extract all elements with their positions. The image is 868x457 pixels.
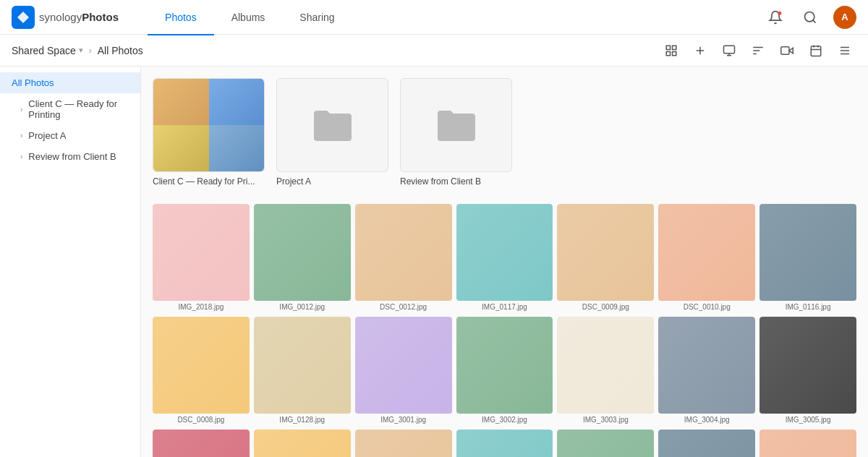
sidebar-chevron-project-a: › [20,132,22,140]
folder-label-project-a: Project A [276,176,388,187]
folder-card-client-c[interactable]: Client C — Ready for Pri... [153,78,265,187]
nav-tab-sharing[interactable]: Sharing [282,1,352,35]
collage-cell-3 [153,125,209,172]
folder-collage-client-c [153,78,264,172]
nav-tab-albums[interactable]: Albums [214,1,283,35]
photo-item[interactable]: DSC_0009.jpg [557,204,654,311]
sidebar-item-project-a-label: Project A [28,130,66,141]
photo-thumbnail [658,430,755,457]
logo-area[interactable]: synologyPhotos [12,6,119,29]
photo-item[interactable]: IMG_3005.jpg [760,317,856,424]
folder-label-review-b: Review from Client B [400,176,512,187]
collage-cell-2 [209,78,265,125]
folder-label-client-c: Client C — Ready for Pri... [153,176,265,187]
toolbar-right [660,39,856,62]
svg-rect-5 [673,46,676,49]
breadcrumb-chevron-icon: ▾ [79,46,83,55]
sidebar-item-review-b[interactable]: › Review from Client B [0,146,140,167]
photo-thumbnail [456,317,553,414]
photo-item[interactable]: IMG_0116.jpg [760,204,856,311]
photo-item[interactable]: DSC_0012.jpg [355,204,452,311]
folder-card-review-b[interactable]: Review from Client B [400,78,512,187]
photo-item[interactable] [355,430,452,457]
photo-filename: IMG_3002.jpg [456,416,553,424]
folder-icon-project-a [311,106,354,144]
photo-item[interactable]: DSC_0010.jpg [658,204,755,311]
photo-thumbnail [658,204,755,301]
folder-thumb-project-a [276,78,388,172]
breadcrumb-shared-space[interactable]: Shared Space ▾ [12,45,83,56]
folder-card-project-a[interactable]: Project A [276,78,388,187]
search-icon[interactable] [799,6,822,29]
photo-thumbnail [153,317,250,414]
photo-filename: IMG_2018.jpg [153,303,250,311]
photo-thumbnail [456,430,553,457]
sort-button[interactable] [746,39,770,62]
photo-filename: DSC_0010.jpg [658,303,755,311]
user-avatar[interactable]: A [833,6,856,29]
sidebar-chevron-client-c: › [20,106,22,114]
photo-item[interactable]: IMG_3004.jpg [658,317,755,424]
top-navigation: synologyPhotos Photos Albums Sharing A [0,0,868,35]
photo-filename: IMG_0117.jpg [456,303,553,311]
photo-item[interactable]: IMG_0128.jpg [254,317,351,424]
sidebar: All Photos › Client C — Ready for Printi… [0,67,141,457]
sidebar-chevron-review-b: › [20,153,22,161]
grid-view-button[interactable] [660,39,683,62]
photo-thumbnail [153,204,250,301]
sidebar-item-project-a[interactable]: › Project A [0,125,140,146]
photo-item[interactable]: IMG_0117.jpg [456,204,553,311]
svg-line-3 [813,20,816,22]
photo-item[interactable]: IMG_0012.jpg [254,204,351,311]
sidebar-item-all-photos[interactable]: All Photos [0,72,140,93]
nav-right-icons: A [764,6,856,29]
sidebar-item-all-photos-label: All Photos [12,77,54,88]
photo-thumbnail [658,317,755,414]
more-options-button[interactable] [833,39,856,62]
photo-grid-row-3 [153,430,856,457]
notification-icon[interactable] [764,6,787,29]
sidebar-item-client-c[interactable]: › Client C — Ready for Printing [0,93,140,125]
breadcrumb-separator: › [89,46,92,56]
video-button[interactable] [775,39,799,62]
photo-filename: DSC_0009.jpg [557,303,654,311]
photo-item[interactable]: IMG_3001.jpg [355,317,452,424]
photo-grid-row-2: DSC_0008.jpgIMG_0128.jpgIMG_3001.jpgIMG_… [153,317,856,424]
folder-icon-review-b [435,106,478,144]
photo-item[interactable] [658,430,755,457]
photo-filename: IMG_0012.jpg [254,303,351,311]
sidebar-item-client-c-label: Client C — Ready for Printing [28,98,129,120]
photo-item[interactable] [760,430,856,457]
photo-filename: IMG_3001.jpg [355,416,452,424]
photo-thumbnail [557,430,654,457]
photo-filename: IMG_3004.jpg [658,416,755,424]
calendar-button[interactable] [804,39,827,62]
photo-thumbnail [760,317,856,414]
photo-item[interactable]: IMG_2018.jpg [153,204,250,311]
slideshow-button[interactable] [718,39,741,62]
photo-item[interactable] [456,430,553,457]
photo-filename: DSC_0008.jpg [153,416,250,424]
photo-item[interactable] [254,430,351,457]
photo-item[interactable] [153,430,250,457]
nav-tab-photos[interactable]: Photos [148,1,214,35]
svg-rect-7 [673,51,676,55]
photo-thumbnail [153,430,250,457]
svg-marker-16 [789,48,793,54]
add-button[interactable] [689,39,712,62]
photo-item[interactable] [557,430,654,457]
collage-cell-4 [209,125,265,172]
breadcrumb-all-photos: All Photos [98,45,143,56]
photo-item[interactable]: DSC_0008.jpg [153,317,250,424]
folder-icon-wrap-review-b [401,106,511,144]
logo-text: synologyPhotos [39,11,119,23]
photo-item[interactable]: IMG_3003.jpg [557,317,654,424]
svg-point-2 [805,12,814,21]
photo-thumbnail [557,317,654,414]
photo-item[interactable]: IMG_3002.jpg [456,317,553,424]
main-layout: All Photos › Client C — Ready for Printi… [0,67,868,457]
folder-icon-wrap-project-a [277,106,388,144]
photo-thumbnail [355,430,452,457]
svg-rect-4 [666,46,670,49]
photo-filename: IMG_3005.jpg [760,416,856,424]
